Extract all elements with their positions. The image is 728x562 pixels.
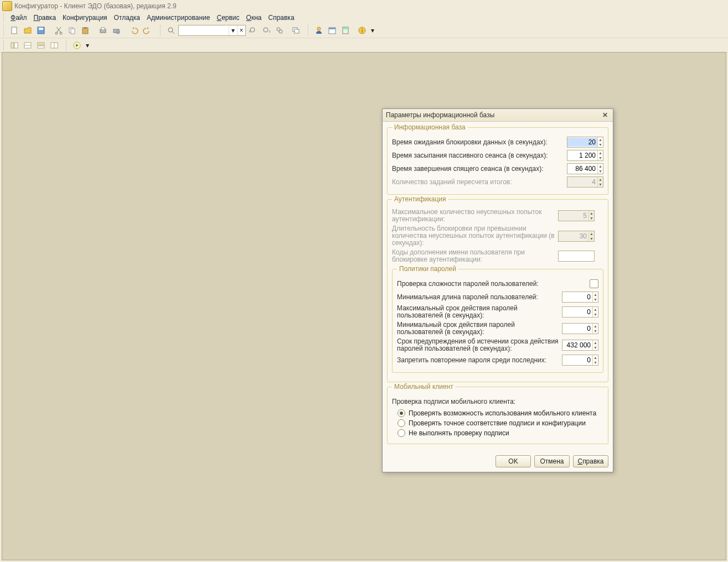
spin-up-icon[interactable]: ▲ [593, 340, 598, 345]
sleep-end-input[interactable]: ▲▼ [567, 163, 603, 174]
panel1-icon[interactable] [8, 39, 20, 51]
menu-service[interactable]: Сервис [213, 13, 242, 23]
search-combo[interactable]: ▾ × [178, 25, 246, 36]
menu-help[interactable]: Справка [265, 13, 297, 23]
pw-hist-input[interactable]: ▲▼ [562, 355, 598, 366]
spin-down-icon[interactable]: ▼ [598, 169, 603, 174]
spin-up-icon[interactable]: ▲ [598, 150, 603, 155]
svg-rect-2 [39, 28, 43, 30]
calendar-icon[interactable] [326, 24, 338, 37]
svg-point-14 [250, 28, 255, 32]
undo-icon[interactable] [128, 24, 140, 37]
spin-down-icon: ▼ [598, 182, 603, 187]
spin-down-icon[interactable]: ▼ [593, 329, 598, 334]
menu-admin[interactable]: Администрирование [143, 13, 213, 23]
spin-up-icon[interactable]: ▲ [593, 307, 598, 312]
menu-config[interactable]: Конфигурация [59, 13, 111, 23]
spin-down-icon[interactable]: ▼ [598, 155, 603, 160]
svg-rect-6 [71, 29, 75, 34]
spin-down-icon[interactable]: ▼ [598, 142, 603, 147]
paste-icon[interactable] [79, 24, 91, 37]
dropdown-more-icon[interactable]: ▾ [369, 24, 376, 37]
find-all-icon[interactable] [273, 24, 286, 37]
spin-down-icon[interactable]: ▼ [593, 312, 598, 317]
radio-no-check[interactable]: Не выполнять проверку подписи [397, 429, 603, 437]
menu-edit[interactable]: Правка [30, 13, 60, 23]
menu-debug[interactable]: Отладка [111, 13, 143, 23]
print-icon[interactable] [97, 24, 109, 37]
chevron-down-icon[interactable]: ▾ [229, 25, 237, 35]
print-preview-icon[interactable] [110, 24, 122, 37]
radio-icon[interactable] [397, 419, 405, 427]
panel3-icon[interactable] [35, 39, 47, 51]
spin-up-icon[interactable]: ▲ [598, 164, 603, 169]
pw-maxage-input[interactable]: ▲▼ [562, 306, 598, 318]
help-icon[interactable]: i [356, 24, 368, 37]
workspace [2, 52, 726, 560]
dialog-infobase-params: Параметры информационной базы ✕ Информац… [382, 108, 613, 472]
radio-icon[interactable] [397, 409, 405, 417]
pw-minlen-input[interactable]: ▲▼ [562, 292, 598, 303]
open-icon[interactable] [22, 24, 34, 37]
pw-minage-input[interactable]: ▲▼ [562, 323, 598, 334]
find-prev-icon[interactable] [247, 24, 259, 37]
radio-icon[interactable] [397, 429, 405, 437]
spin-down-icon[interactable]: ▼ [593, 360, 598, 365]
run-icon[interactable] [71, 39, 83, 51]
radio-check-exact[interactable]: Проверять точное соответствие подписи и … [397, 419, 603, 427]
lock-wait-label: Время ожидания блокировки данных (в секу… [392, 139, 567, 146]
pw-check-label: Проверка сложности паролей пользователей… [397, 280, 590, 288]
radio-label: Проверять точное соответствие подписи и … [409, 419, 586, 427]
radio-check-usage[interactable]: Проверять возможность использования моби… [397, 409, 603, 417]
radio-label: Проверять возможность использования моби… [409, 409, 596, 417]
group-password-policies: Политики паролей Проверка сложности паро… [392, 269, 603, 373]
panel4-icon[interactable] [48, 39, 60, 51]
svg-point-20 [317, 27, 321, 30]
spin-up-icon[interactable]: ▲ [593, 292, 598, 297]
lock-dur-input: ▲▼ [558, 231, 595, 242]
find-next-icon[interactable] [260, 24, 272, 37]
panel2-icon[interactable] [22, 39, 34, 51]
grip-icon [3, 13, 6, 22]
dialog-titlebar[interactable]: Параметры информационной базы ✕ [383, 109, 613, 122]
spin-down-icon[interactable]: ▼ [593, 345, 598, 350]
close-icon[interactable]: ✕ [601, 111, 610, 119]
codes-input[interactable] [558, 251, 595, 262]
lock-dur-label: Длительность блокировки при превышении к… [392, 225, 558, 247]
app-logo-icon [2, 1, 12, 11]
help-button[interactable]: Справка [573, 455, 608, 467]
find-icon[interactable] [165, 24, 177, 37]
menu-windows[interactable]: Окна [243, 13, 265, 23]
copy-window-icon[interactable] [290, 24, 302, 37]
spin-up-icon[interactable]: ▲ [598, 137, 603, 142]
spin-up-icon: ▲ [598, 177, 603, 182]
new-icon[interactable] [8, 24, 20, 37]
save-icon[interactable] [35, 24, 47, 37]
spin-up-icon[interactable]: ▲ [593, 324, 598, 329]
copy-icon[interactable] [66, 24, 78, 37]
spin-up-icon[interactable]: ▲ [593, 355, 598, 360]
lock-wait-input[interactable]: ▲▼ [567, 137, 603, 148]
svg-point-17 [279, 30, 282, 33]
svg-rect-27 [11, 43, 14, 48]
user-icon[interactable] [313, 24, 325, 37]
calculator-icon[interactable] [339, 24, 352, 37]
pw-check-checkbox[interactable] [590, 279, 598, 288]
grip-icon [3, 40, 6, 51]
cancel-button[interactable]: Отмена [534, 455, 570, 467]
svg-rect-28 [14, 43, 18, 48]
dropdown-run-icon[interactable]: ▾ [84, 39, 91, 51]
svg-point-15 [264, 28, 268, 32]
titlebar: Конфигуратор - Клиент ЭДО (базовая), ред… [0, 0, 728, 12]
ok-button[interactable]: OK [495, 455, 531, 467]
cut-icon[interactable] [53, 24, 65, 37]
passive-sleep-input[interactable]: ▲▼ [567, 150, 603, 161]
svg-rect-24 [343, 28, 348, 29]
clear-icon[interactable]: × [237, 25, 245, 35]
redo-icon[interactable] [141, 24, 153, 37]
svg-rect-10 [101, 28, 105, 30]
menu-file[interactable]: Файл [7, 13, 30, 23]
group-legend: Политики паролей [397, 265, 458, 273]
spin-down-icon[interactable]: ▼ [593, 297, 598, 302]
pw-warn-input[interactable]: ▲▼ [562, 340, 598, 351]
